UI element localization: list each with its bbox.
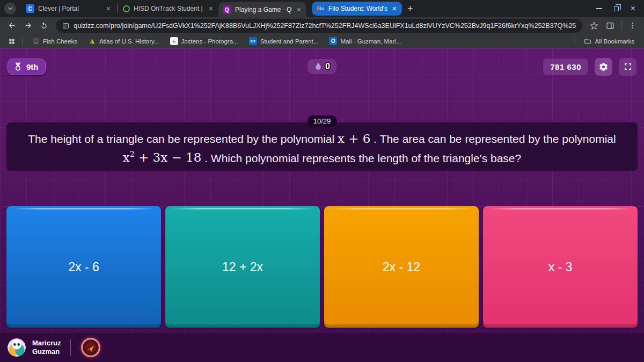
minimize-icon[interactable] [596, 8, 602, 9]
answer-label: 2x - 12 [383, 260, 420, 274]
tab-title: Clever | Portal [38, 5, 101, 12]
reaction-button[interactable] [80, 337, 101, 358]
photo-file-icon [170, 37, 178, 45]
owl-avatar-icon [8, 338, 26, 357]
math-expression: x2 + 3x − 18 [123, 150, 202, 164]
game-header: 9th 0 781 630 [8, 57, 636, 76]
sis-icon: SIS [249, 37, 257, 45]
restore-icon[interactable] [614, 6, 619, 11]
url-text: quizizz.com/pro/join/game/U2FsdGVkX1%252… [74, 22, 576, 30]
tab-quizizz-active[interactable]: Q Playing a Game - Quizizz × [218, 2, 306, 17]
side-panel-button[interactable] [603, 19, 618, 33]
kebab-menu-icon [628, 21, 636, 30]
bookmark-fish-cheeks[interactable]: Fish Cheeks [27, 35, 82, 47]
tab-title: Playing a Game - Quizizz [235, 6, 292, 13]
bookmark-label: Atlas of U.S. History... [99, 38, 159, 45]
footer-separator [70, 339, 71, 356]
reload-icon [40, 21, 48, 30]
apps-grid-button[interactable] [5, 34, 18, 48]
droplet-icon [314, 62, 323, 71]
header-right-group: 781 630 [543, 58, 636, 76]
bookmark-mail[interactable]: O Mail - Guzman, Mari... [325, 35, 405, 47]
menu-kebab-button[interactable] [625, 19, 640, 33]
close-icon[interactable]: × [105, 5, 112, 12]
quizizz-icon: Q [223, 5, 231, 14]
streak-count: 0 [325, 62, 330, 71]
url-bar[interactable]: quizizz.com/pro/join/game/U2FsdGVkX1%252… [56, 19, 582, 33]
bookmarks-separator [23, 37, 23, 46]
fullscreen-button[interactable] [619, 58, 636, 76]
grade-badge: 9th [8, 59, 46, 75]
settings-button[interactable] [595, 58, 612, 76]
window-close-icon[interactable]: × [631, 4, 635, 13]
tab-search-button[interactable] [4, 3, 16, 15]
all-bookmarks-button[interactable]: All Bookmarks [580, 35, 639, 47]
close-icon[interactable]: × [296, 6, 302, 13]
star-icon [590, 21, 598, 30]
player-avatar [8, 338, 26, 357]
reload-button[interactable] [36, 19, 52, 33]
answer-label: x - 3 [548, 260, 573, 274]
tab-clever[interactable]: C Clever | Portal × [21, 0, 116, 17]
math-expression: x + 6 [338, 132, 371, 146]
bookmark-label: Mail - Guzman, Mari... [340, 38, 401, 45]
toolbar-separator [621, 21, 621, 30]
bookmark-star-button[interactable] [587, 19, 602, 33]
question-counter: 10/29 [308, 115, 337, 127]
window-controls: × [596, 4, 644, 13]
forward-button[interactable] [20, 19, 35, 33]
back-button[interactable] [4, 19, 19, 33]
browser-window: C Clever | Portal × HISD OnTrack Student… [0, 0, 644, 362]
browser-toolbar: quizizz.com/pro/join/game/U2FsdGVkX1%252… [0, 17, 644, 34]
folder-icon [584, 37, 592, 45]
new-tab-button[interactable]: + [407, 4, 413, 13]
side-panel-icon [606, 21, 614, 30]
bookmarks-separator [575, 37, 575, 46]
game-footer: Maricruz Guzman [0, 333, 644, 362]
score-display: 781 630 [543, 59, 588, 75]
answer-options: 2x - 6 12 + 2x 2x - 12 x - 3 [6, 206, 638, 328]
answer-card-1[interactable]: 12 + 2x [165, 206, 320, 328]
answer-card-0[interactable]: 2x - 6 [6, 206, 161, 328]
chevron-down-icon [7, 5, 13, 12]
player-name: Maricruz Guzman [32, 339, 61, 356]
renaissance-ring-icon [123, 5, 130, 12]
tab-hisd-ontrack[interactable]: HISD OnTrack Student | Renais × [119, 0, 218, 17]
apps-grid-icon [8, 38, 16, 45]
tab-title: Filo Student: World's Only Live [328, 5, 387, 12]
close-icon[interactable]: × [391, 5, 398, 12]
gear-icon [598, 62, 609, 72]
outlook-icon: O [329, 37, 337, 45]
medal-icon [13, 62, 23, 72]
reaction-flame-icon [80, 337, 101, 358]
grade-label: 9th [26, 62, 39, 71]
clever-icon: C [26, 4, 34, 13]
triangle-map-icon [88, 37, 96, 45]
question-card: The height of a triangle can be represen… [6, 122, 638, 171]
bookmark-label: Jostens - Photogra... [181, 38, 238, 45]
answer-card-2[interactable]: 2x - 12 [324, 206, 479, 328]
question-line-1: The height of a triangle can be represen… [28, 131, 616, 147]
answer-label: 12 + 2x [222, 260, 263, 274]
bookmarks-bar: Fish Cheeks Atlas of U.S. History... Jos… [0, 34, 644, 48]
answer-label: 2x - 6 [68, 260, 99, 274]
bookmark-label: Fish Cheeks [43, 38, 77, 45]
filo-icon: filo [316, 4, 325, 13]
tab-separator [117, 4, 118, 13]
tab-title: HISD OnTrack Student | Renais [134, 5, 204, 12]
all-bookmarks-label: All Bookmarks [595, 38, 635, 45]
bookmark-student-parent[interactable]: SIS Student and Parent... [245, 35, 323, 47]
question-line-2: x2 + 3x − 18 . Which polynomial represen… [123, 147, 521, 166]
fullscreen-icon [624, 62, 632, 71]
site-info-icon [62, 22, 69, 30]
tab-strip: C Clever | Portal × HISD OnTrack Student… [0, 0, 644, 17]
bookmark-jostens[interactable]: Jostens - Photogra... [166, 35, 243, 47]
forward-arrow-icon [24, 21, 33, 30]
quizizz-game-area: 9th 0 781 630 10/29 The height of a tria… [0, 48, 644, 362]
tab-filo-highlighted[interactable]: filo Filo Student: World's Only Live × [312, 2, 402, 16]
answer-card-3[interactable]: x - 3 [483, 206, 638, 328]
back-arrow-icon [8, 21, 17, 30]
close-icon[interactable]: × [208, 5, 214, 12]
bookmark-atlas[interactable]: Atlas of U.S. History... [84, 35, 164, 47]
streak-counter: 0 [308, 59, 336, 74]
